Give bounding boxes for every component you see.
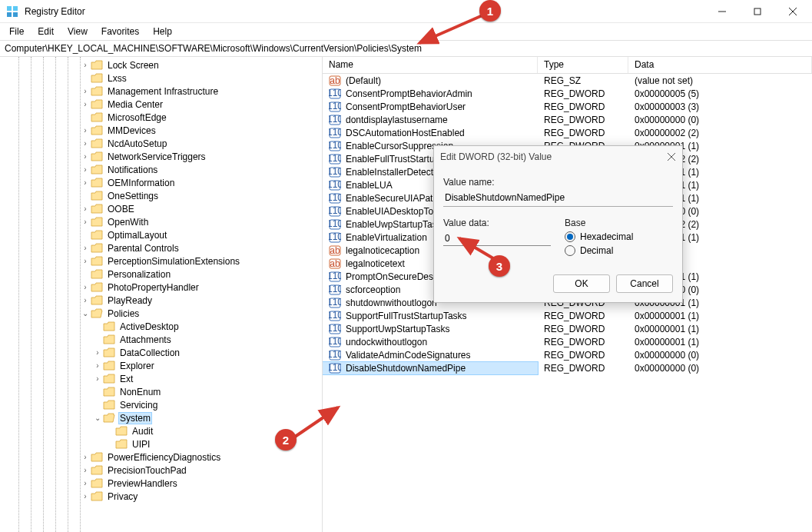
chevron-right-icon[interactable]: › [80, 466, 91, 474]
tree-node-powerefficiencydiagnostics[interactable]: ›PowerEfficiencyDiagnostics [0, 451, 322, 464]
tree-node-mmdevices[interactable]: ›MMDevices [0, 124, 322, 137]
tree-node-networkservicetriggers[interactable]: ›NetworkServiceTriggers [0, 150, 322, 163]
menu-help[interactable]: Help [147, 25, 178, 38]
tree-node-system[interactable]: ⌄System [0, 411, 322, 424]
folder-icon [91, 151, 103, 162]
value-row[interactable]: 110ConsentPromptBehaviorAdminREG_DWORD0x… [323, 87, 812, 100]
tree-node-lock-screen[interactable]: ›Lock Screen [0, 58, 322, 71]
chevron-right-icon[interactable]: › [92, 348, 103, 357]
tree-pane[interactable]: ›Lock ScreenLxss›Management Infrastructu… [0, 57, 323, 532]
cancel-button[interactable]: Cancel [616, 274, 673, 293]
dword-value-icon: 110 [329, 127, 341, 139]
chevron-right-icon[interactable]: › [80, 492, 91, 500]
tree-node-parental-controls[interactable]: ›Parental Controls [0, 241, 322, 254]
chevron-right-icon[interactable]: › [80, 87, 91, 95]
tree-node-onesettings[interactable]: OneSettings [0, 189, 322, 202]
address-path[interactable]: Computer\HKEY_LOCAL_MACHINE\SOFTWARE\Mic… [5, 43, 807, 54]
value-row[interactable]: 110DisableShutdownNamedPipeREG_DWORD0x00… [323, 361, 812, 374]
tree-node-audit[interactable]: Audit [0, 424, 322, 437]
value-row[interactable]: 110SupportFullTrustStartupTasksREG_DWORD… [323, 309, 812, 322]
tree-node-nonenum[interactable]: NonEnum [0, 385, 322, 398]
edit-dword-dialog: Edit DWORD (32-bit) Value Value name: Di… [433, 145, 683, 303]
tree-node-notifications[interactable]: ›Notifications [0, 163, 322, 176]
dword-value-icon: 110 [329, 323, 341, 335]
svg-text:110: 110 [329, 140, 341, 151]
dialog-close-button[interactable] [664, 149, 679, 165]
folder-icon [91, 295, 103, 306]
minimize-button[interactable] [704, 0, 740, 23]
tree-node-microsoftedge[interactable]: MicrosoftEdge [0, 111, 322, 124]
tree-node-datacollection[interactable]: ›DataCollection [0, 346, 322, 359]
chevron-right-icon[interactable]: › [80, 479, 91, 487]
menu-favorites[interactable]: Favorites [95, 25, 145, 38]
address-bar[interactable]: Computer\HKEY_LOCAL_MACHINE\SOFTWARE\Mic… [0, 40, 812, 57]
tree-node-playready[interactable]: ›PlayReady [0, 294, 322, 307]
column-name[interactable]: Name [323, 57, 538, 73]
chevron-right-icon[interactable]: › [80, 61, 91, 69]
tree-node-explorer[interactable]: ›Explorer [0, 359, 322, 372]
tree-node-servicing[interactable]: Servicing [0, 398, 322, 411]
chevron-right-icon[interactable]: › [80, 257, 91, 265]
tree-node-lxss[interactable]: Lxss [0, 71, 322, 85]
tree-node-activedesktop[interactable]: ActiveDesktop [0, 320, 322, 333]
tree-node-photopropertyhandler[interactable]: ›PhotoPropertyHandler [0, 281, 322, 294]
menu-file[interactable]: File [3, 25, 30, 38]
value-data-input[interactable] [443, 231, 551, 246]
value-row[interactable]: 110ConsentPromptBehaviorUserREG_DWORD0x0… [323, 100, 812, 113]
chevron-right-icon[interactable]: › [92, 374, 103, 383]
value-row[interactable]: ab(Default)REG_SZ(value not set) [323, 74, 812, 87]
hex-radio[interactable] [565, 231, 575, 242]
dec-radio[interactable] [565, 245, 575, 256]
tree-node-openwith[interactable]: ›OpenWith [0, 215, 322, 228]
tree-node-attachments[interactable]: Attachments [0, 333, 322, 346]
value-row[interactable]: 110SupportUwpStartupTasksREG_DWORD0x0000… [323, 322, 812, 335]
tree-node-personalization[interactable]: Personalization [0, 268, 322, 281]
chevron-right-icon[interactable]: › [80, 204, 91, 213]
value-row[interactable]: 110ValidateAdminCodeSignaturesREG_DWORD0… [323, 348, 812, 361]
tree-node-ncdautosetup[interactable]: ›NcdAutoSetup [0, 137, 322, 150]
close-button[interactable] [775, 0, 810, 23]
chevron-right-icon[interactable]: › [80, 244, 91, 252]
chevron-right-icon[interactable]: › [80, 139, 91, 148]
value-row[interactable]: 110dontdisplaylastusernameREG_DWORD0x000… [323, 113, 812, 126]
tree-node-perceptionsimulationextensions[interactable]: ›PerceptionSimulationExtensions [0, 254, 322, 268]
tree-node-ext[interactable]: ›Ext [0, 372, 322, 385]
tree-node-label: PerceptionSimulationExtensions [106, 256, 241, 267]
tree-node-uipi[interactable]: UIPI [0, 437, 322, 451]
value-type: REG_DWORD [538, 101, 628, 112]
chevron-down-icon[interactable]: ⌄ [92, 414, 103, 422]
tree-node-policies[interactable]: ⌄Policies [0, 307, 322, 320]
tree-node-privacy[interactable]: ›Privacy [0, 490, 322, 503]
chevron-right-icon[interactable]: › [80, 178, 91, 187]
chevron-right-icon[interactable]: › [80, 126, 91, 135]
column-data[interactable]: Data [628, 57, 812, 73]
tree-node-precisiontouchpad[interactable]: ›PrecisionTouchPad [0, 464, 322, 477]
chevron-right-icon[interactable]: › [80, 165, 91, 174]
tree-node-media-center[interactable]: ›Media Center [0, 98, 322, 111]
chevron-right-icon[interactable]: › [80, 152, 91, 161]
value-name: EnableSecureUIAPaths [346, 193, 442, 204]
value-row[interactable]: 110undockwithoutlogonREG_DWORD0x00000001… [323, 335, 812, 348]
chevron-right-icon[interactable]: › [92, 361, 103, 370]
chevron-right-icon[interactable]: › [80, 453, 91, 461]
tree-node-previewhandlers[interactable]: ›PreviewHandlers [0, 477, 322, 490]
chevron-right-icon[interactable]: › [80, 218, 91, 226]
menu-edit[interactable]: Edit [31, 25, 60, 38]
ok-button[interactable]: OK [553, 274, 610, 293]
value-data: 0x00000000 (0) [628, 115, 812, 125]
chevron-down-icon[interactable]: ⌄ [80, 309, 91, 318]
chevron-right-icon[interactable]: › [80, 283, 91, 291]
column-type[interactable]: Type [538, 57, 628, 73]
value-name: legalnoticetext [346, 258, 405, 269]
value-name: scforceoption [346, 284, 400, 295]
tree-node-oeminformation[interactable]: ›OEMInformation [0, 176, 322, 189]
menu-view[interactable]: View [61, 25, 94, 38]
tree-node-management-infrastructure[interactable]: ›Management Infrastructure [0, 85, 322, 98]
chevron-right-icon[interactable]: › [80, 296, 91, 304]
maximize-button[interactable] [740, 0, 775, 23]
tree-node-optimallayout[interactable]: OptimalLayout [0, 228, 322, 241]
value-row[interactable]: 110DSCAutomationHostEnabledREG_DWORD0x00… [323, 126, 812, 139]
chevron-right-icon[interactable]: › [80, 100, 91, 108]
svg-text:ab: ab [330, 75, 340, 86]
tree-node-oobe[interactable]: ›OOBE [0, 202, 322, 215]
